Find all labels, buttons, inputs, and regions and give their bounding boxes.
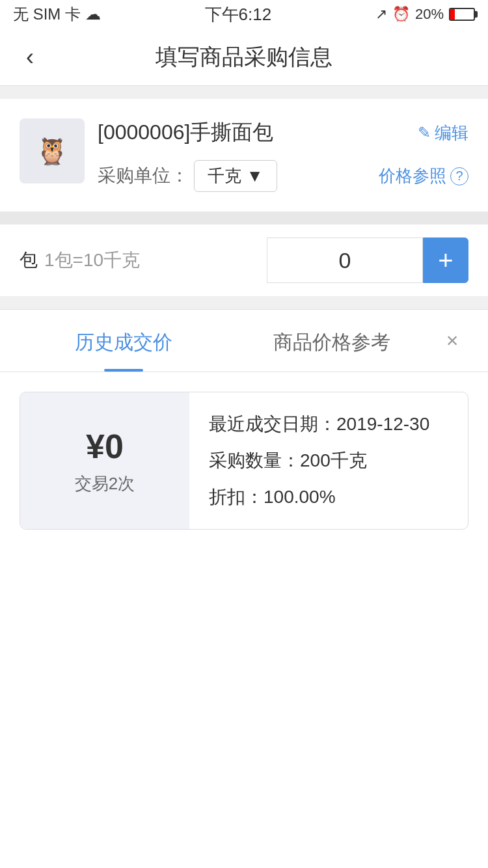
tab-price-ref-label: 商品价格参考 (273, 331, 390, 353)
price-reference-button[interactable]: 价格参照 ? (379, 165, 468, 187)
trade-count: 交易2次 (75, 472, 135, 495)
discount-row: 折扣：100.00% (209, 485, 448, 509)
location-icon: ↗ (375, 6, 387, 23)
currency-symbol: ¥ (86, 427, 105, 465)
unit-label: 采购单位： (98, 165, 189, 185)
section-divider (0, 211, 488, 224)
back-button[interactable]: ‹ (20, 37, 40, 77)
history-card: ¥0 交易2次 最近成交日期：2019-12-30 采购数量：200千克 折扣：… (20, 392, 468, 530)
purchase-qty-value: 200千克 (300, 450, 367, 470)
unit-value: 千克 (208, 165, 241, 187)
tabs-row: 历史成交价 商品价格参考 × (0, 310, 488, 372)
product-thumbnail-icon: 🦉 (36, 136, 68, 167)
edit-label: 编辑 (435, 122, 468, 144)
quantity-right: 0 + (267, 237, 468, 283)
product-card: 🦉 [0000006]手撕面包 ✎ 编辑 采购单位： 千克 ▼ 价格参照 ? (0, 99, 488, 211)
tab-history-label: 历史成交价 (75, 331, 172, 353)
quantity-plus-button[interactable]: + (423, 237, 468, 283)
product-info: [0000006]手撕面包 ✎ 编辑 采购单位： 千克 ▼ 价格参照 ? (98, 118, 468, 192)
battery-percent: 20% (415, 6, 444, 23)
unit-select[interactable]: 千克 ▼ (194, 160, 277, 192)
tab-price-reference[interactable]: 商品价格参考 (228, 310, 436, 372)
unit-field: 采购单位： 千克 ▼ (98, 160, 277, 192)
quantity-left: 包 1包=10千克 (20, 248, 140, 273)
product-image: 🦉 (20, 118, 85, 183)
package-icon: 包 (20, 248, 38, 273)
status-right: ↗ ⏰ 20% (375, 6, 475, 23)
bottom-panel: 历史成交价 商品价格参考 × ¥0 交易2次 最近成交日期：2019-12-30… (0, 309, 488, 549)
product-unit-row: 采购单位： 千克 ▼ 价格参照 ? (98, 160, 468, 192)
alarm-icon: ⏰ (392, 6, 410, 23)
edit-icon: ✎ (418, 124, 431, 142)
main-content-area (0, 549, 488, 868)
recent-date-value: 2019-12-30 (336, 414, 429, 434)
recent-date-label: 最近成交日期： (209, 414, 336, 434)
pkg-conversion-label: 1包=10千克 (44, 248, 140, 273)
history-card-container: ¥0 交易2次 最近成交日期：2019-12-30 采购数量：200千克 折扣：… (0, 372, 488, 549)
edit-button[interactable]: ✎ 编辑 (418, 122, 468, 144)
product-header: [0000006]手撕面包 ✎ 编辑 (98, 118, 468, 147)
price-value: 0 (105, 427, 124, 465)
close-icon: × (446, 329, 459, 353)
status-bar: 无 SIM 卡 ☁ 下午6:12 ↗ ⏰ 20% (0, 0, 488, 29)
dropdown-arrow-icon: ▼ (247, 166, 264, 186)
battery-icon (449, 8, 475, 21)
price-ref-label: 价格参照 (379, 165, 446, 187)
quantity-input[interactable]: 0 (267, 237, 423, 283)
page-title: 填写商品采购信息 (156, 42, 332, 72)
status-left: 无 SIM 卡 ☁ (13, 4, 101, 25)
product-name: [0000006]手撕面包 (98, 118, 273, 147)
purchase-qty-row: 采购数量：200千克 (209, 448, 448, 473)
tab-history-price[interactable]: 历史成交价 (20, 310, 228, 372)
recent-date-row: 最近成交日期：2019-12-30 (209, 412, 448, 437)
plus-icon: + (438, 246, 453, 275)
card-left-price: ¥0 交易2次 (20, 392, 189, 529)
card-right-details: 最近成交日期：2019-12-30 采购数量：200千克 折扣：100.00% (189, 392, 468, 529)
history-price-display: ¥0 (86, 427, 124, 466)
quantity-row: 包 1包=10千克 0 + (0, 224, 488, 296)
sim-label: 无 SIM 卡 ☁ (13, 4, 101, 25)
discount-label: 折扣： (209, 487, 264, 507)
quantity-value: 0 (339, 248, 351, 273)
battery-fill (450, 9, 455, 20)
discount-value: 100.00% (264, 487, 336, 507)
nav-bar: ‹ 填写商品采购信息 (0, 29, 488, 86)
status-time: 下午6:12 (205, 3, 272, 26)
tab-close-button[interactable]: × (436, 325, 468, 357)
help-icon: ? (450, 167, 468, 185)
purchase-qty-label: 采购数量： (209, 450, 300, 470)
